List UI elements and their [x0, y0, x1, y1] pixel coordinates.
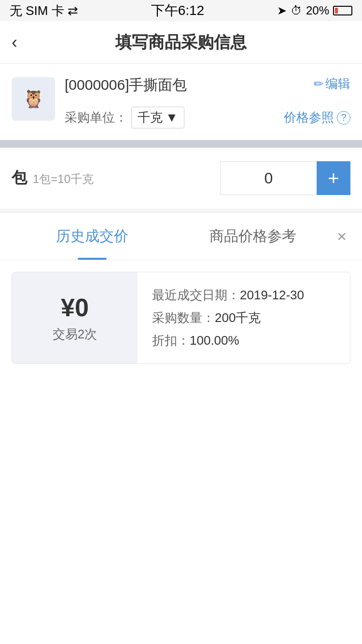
unit-select[interactable]: 千克 ▼ — [131, 107, 184, 128]
quantity-input[interactable]: 0 — [220, 161, 317, 195]
edit-button[interactable]: ✏ 编辑 — [314, 75, 350, 92]
edit-icon: ✏ — [314, 77, 323, 91]
section-divider — [0, 140, 362, 148]
price-ref-label: 价格参照 — [284, 109, 334, 126]
product-top-row: [0000006]手撕面包 ✏ 编辑 — [65, 75, 350, 95]
tabs-header: 历史成交价 商品价格参考 × — [0, 213, 362, 260]
alarm-icon: ⏱ — [291, 4, 302, 17]
main-content-area — [0, 376, 362, 644]
transaction-details: 最近成交日期： 2019-12-30 采购数量： 200千克 折扣： 100.0… — [138, 272, 350, 364]
transaction-card: ¥0 交易2次 最近成交日期： 2019-12-30 采购数量： 200千克 折… — [12, 272, 350, 364]
price-ref-button[interactable]: 价格参照 ? — [284, 109, 350, 126]
status-right: ➤ ⏱ 20% — [277, 4, 352, 17]
quantity-detail-label: 采购数量： — [152, 309, 215, 326]
quantity-plus-button[interactable]: + — [317, 161, 350, 195]
nav-bar: ‹ 填写商品采购信息 — [0, 21, 362, 64]
recent-date-row: 最近成交日期： 2019-12-30 — [152, 287, 335, 304]
product-name: [0000006]手撕面包 — [65, 75, 187, 95]
price-value: 0 — [75, 294, 89, 322]
product-card: 🦉 [0000006]手撕面包 ✏ 编辑 采购单位： 千克 ▼ 价格参照 ? — [0, 64, 362, 140]
logo-icon: 🦉 — [23, 89, 44, 109]
unit-label: 采购单位： 千克 ▼ — [65, 107, 184, 128]
tab-history-price[interactable]: 历史成交价 — [12, 213, 172, 260]
status-signal: 无 SIM 卡 ⇄ — [10, 2, 78, 19]
quantity-unit: 包 — [12, 168, 27, 189]
transaction-price: ¥0 — [61, 293, 89, 322]
tabs-section: 历史成交价 商品价格参考 × ¥0 交易2次 最近成交日期： 2019-12-3… — [0, 212, 362, 644]
tab-close-button[interactable]: × — [333, 227, 350, 246]
unit-value: 千克 — [138, 109, 163, 126]
quantity-row-detail: 采购数量： 200千克 — [152, 309, 335, 326]
status-bar: 无 SIM 卡 ⇄ 下午6:12 ➤ ⏱ 20% — [0, 0, 362, 21]
quantity-row: 包 1包=10千克 0 + — [0, 148, 362, 209]
recent-date-value: 2019-12-30 — [240, 288, 304, 303]
quantity-conversion: 1包=10千克 — [33, 171, 94, 187]
product-logo: 🦉 — [12, 77, 55, 121]
battery-percent: 20% — [306, 4, 329, 17]
quantity-detail-value: 200千克 — [215, 309, 261, 326]
help-icon: ? — [337, 111, 350, 125]
chevron-down-icon: ▼ — [166, 110, 178, 125]
back-button[interactable]: ‹ — [12, 32, 17, 53]
edit-label: 编辑 — [325, 75, 350, 92]
page-title: 填写商品采购信息 — [115, 31, 247, 54]
product-info: [0000006]手撕面包 ✏ 编辑 采购单位： 千克 ▼ 价格参照 ? — [65, 75, 350, 128]
location-icon: ➤ — [277, 4, 287, 17]
currency-symbol: ¥ — [61, 294, 75, 322]
status-time: 下午6:12 — [151, 1, 205, 20]
product-bottom-row: 采购单位： 千克 ▼ 价格参照 ? — [65, 107, 350, 128]
transaction-count: 交易2次 — [53, 326, 97, 343]
battery-icon — [333, 6, 352, 15]
quantity-label: 包 1包=10千克 — [12, 168, 94, 189]
discount-row: 折扣： 100.00% — [152, 332, 335, 349]
discount-value: 100.00% — [190, 333, 239, 348]
unit-label-text: 采购单位： — [65, 109, 127, 126]
quantity-input-area: 0 + — [220, 161, 350, 195]
tab-price-reference[interactable]: 商品价格参考 — [172, 213, 333, 260]
transaction-price-area: ¥0 交易2次 — [12, 272, 138, 364]
discount-label: 折扣： — [152, 332, 190, 349]
recent-date-label: 最近成交日期： — [152, 287, 240, 304]
